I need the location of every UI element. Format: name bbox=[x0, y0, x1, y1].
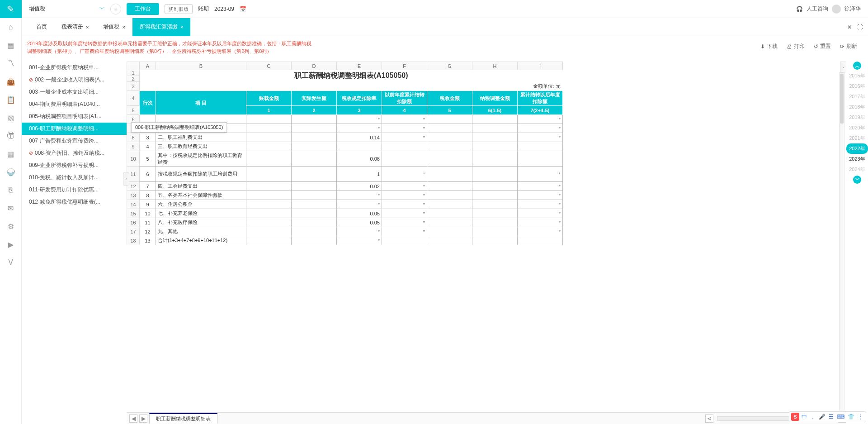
nav-report-icon[interactable]: ▧ bbox=[0, 109, 22, 127]
cell[interactable] bbox=[472, 133, 518, 142]
sheet-prev-button[interactable]: ◀ bbox=[129, 414, 137, 423]
cell[interactable] bbox=[472, 236, 518, 245]
tax-type-dropdown[interactable]: 增值税 ﹀ bbox=[29, 5, 105, 13]
cell[interactable] bbox=[472, 200, 518, 209]
cell[interactable]: 1 bbox=[246, 106, 292, 115]
close-icon[interactable]: × bbox=[122, 24, 125, 30]
sheet-scroll-left[interactable]: ⊲ bbox=[705, 414, 713, 423]
nav-home-icon[interactable]: ⌂ bbox=[0, 18, 22, 36]
row-header[interactable]: 4 bbox=[127, 91, 140, 106]
tab-vat[interactable]: 增值税× bbox=[96, 18, 132, 36]
nav-export-icon[interactable]: ⎘ bbox=[0, 181, 22, 199]
cell[interactable] bbox=[518, 151, 563, 167]
cell[interactable]: * bbox=[518, 167, 563, 182]
tab-income-tax[interactable]: 所得税汇算清缴× bbox=[132, 18, 190, 36]
cell[interactable] bbox=[246, 227, 292, 236]
form-list-item[interactable]: ⊘002-一般企业收入明细表(A... bbox=[22, 74, 127, 86]
cell[interactable]: 3 bbox=[140, 133, 156, 142]
cell[interactable] bbox=[246, 124, 292, 133]
year-item[interactable]: 2018年 bbox=[846, 102, 868, 112]
col-header[interactable]: A bbox=[140, 62, 156, 70]
cell[interactable]: 0.02 bbox=[337, 182, 382, 191]
nav-settings-icon[interactable]: ⚙ bbox=[0, 217, 22, 235]
cell[interactable]: 四、工会经费支出 bbox=[156, 182, 246, 191]
cell[interactable]: 1 bbox=[337, 167, 382, 182]
workspace-button[interactable]: 工作台 bbox=[127, 3, 159, 15]
cell[interactable] bbox=[472, 142, 518, 151]
nav-video-icon[interactable]: ▶ bbox=[0, 235, 22, 253]
year-item[interactable]: 2023年 bbox=[846, 154, 868, 164]
cell[interactable]: 11 bbox=[140, 218, 156, 227]
tab-home[interactable]: 首页 bbox=[29, 18, 54, 36]
cell[interactable] bbox=[472, 151, 518, 167]
cell[interactable] bbox=[382, 236, 427, 245]
cell[interactable] bbox=[518, 236, 563, 245]
cell[interactable] bbox=[246, 182, 292, 191]
cell[interactable] bbox=[246, 133, 292, 142]
cell[interactable]: 八、补充医疗保险 bbox=[156, 218, 246, 227]
cell[interactable]: 0.14 bbox=[337, 133, 382, 142]
cell[interactable]: 9 bbox=[140, 200, 156, 209]
row-header[interactable]: 15 bbox=[127, 209, 140, 218]
cell[interactable]: 0.08 bbox=[337, 151, 382, 167]
row-header[interactable]: 1 bbox=[127, 70, 140, 76]
form-list-item[interactable]: 004-期间费用明细表(A1040... bbox=[22, 98, 127, 110]
cell[interactable]: 项 目 bbox=[156, 91, 246, 115]
cell[interactable]: * bbox=[382, 133, 427, 142]
form-list-item[interactable]: 009-企业所得税弥补亏损明... bbox=[22, 159, 127, 172]
collapse-handle[interactable]: ‹ bbox=[123, 172, 129, 186]
nav-v-icon[interactable]: V bbox=[0, 253, 22, 272]
cell[interactable] bbox=[472, 124, 518, 133]
form-list-item[interactable]: 005-纳税调整项目明细表(A1... bbox=[22, 110, 127, 123]
cell[interactable] bbox=[427, 124, 472, 133]
cell[interactable] bbox=[292, 182, 337, 191]
nav-bowl-icon[interactable]: 🍚 bbox=[0, 163, 22, 181]
cell[interactable] bbox=[427, 115, 472, 124]
cell[interactable] bbox=[246, 191, 292, 200]
form-list-item[interactable]: ⊘008-资产折旧、摊销及纳税... bbox=[22, 147, 127, 159]
cell[interactable]: 0.05 bbox=[337, 209, 382, 218]
col-header[interactable]: I bbox=[518, 62, 563, 70]
row-header[interactable]: 16 bbox=[127, 218, 140, 227]
row-header[interactable]: 5 bbox=[127, 106, 140, 115]
cell[interactable]: 3 bbox=[337, 106, 382, 115]
form-list-item[interactable]: 010-免税、减计收入及加计... bbox=[22, 172, 127, 184]
cell[interactable]: * bbox=[382, 218, 427, 227]
col-header[interactable]: F bbox=[382, 62, 427, 70]
cell[interactable] bbox=[292, 227, 337, 236]
cell[interactable]: * bbox=[337, 200, 382, 209]
cell[interactable]: 10 bbox=[140, 209, 156, 218]
cell[interactable]: 2 bbox=[292, 106, 337, 115]
cell[interactable]: 7(2+4-5) bbox=[518, 106, 563, 115]
row-header[interactable]: 13 bbox=[127, 191, 140, 200]
cell[interactable]: * bbox=[382, 209, 427, 218]
close-icon[interactable]: × bbox=[86, 24, 89, 30]
cell[interactable] bbox=[246, 151, 292, 167]
cell[interactable]: 五、各类基本社会保障性缴款 bbox=[156, 191, 246, 200]
row-header[interactable]: 17 bbox=[127, 227, 140, 236]
calendar-icon[interactable]: 📅 bbox=[240, 6, 246, 12]
cell[interactable]: 账载金额 bbox=[246, 91, 292, 106]
row-header[interactable]: 8 bbox=[127, 133, 140, 142]
cell[interactable] bbox=[472, 218, 518, 227]
cell[interactable] bbox=[427, 167, 472, 182]
cell[interactable]: 以前年度累计结转扣除额 bbox=[382, 91, 427, 106]
cell[interactable] bbox=[427, 142, 472, 151]
cell[interactable]: 实际发生额 bbox=[292, 91, 337, 106]
nav-tax-icon[interactable]: 〶 bbox=[0, 127, 22, 145]
cell[interactable]: 按税收规定全额扣除的职工培训费用 bbox=[156, 167, 246, 182]
cell[interactable]: 二、职工福利费支出 bbox=[156, 133, 246, 142]
cell[interactable] bbox=[337, 142, 382, 151]
cell[interactable] bbox=[246, 142, 292, 151]
nav-clipboard-icon[interactable]: 📋 bbox=[0, 91, 22, 109]
cell[interactable]: 纳税调整金额 bbox=[472, 91, 518, 106]
ime-item[interactable]: ， bbox=[809, 413, 816, 421]
row-header[interactable]: 10 bbox=[127, 151, 140, 167]
cell[interactable] bbox=[246, 167, 292, 182]
col-header[interactable]: C bbox=[246, 62, 292, 70]
cell[interactable]: * bbox=[382, 191, 427, 200]
cell[interactable] bbox=[427, 236, 472, 245]
year-down-button[interactable]: ︾ bbox=[853, 176, 861, 184]
cell[interactable] bbox=[472, 167, 518, 182]
cell[interactable]: 金额单位: 元 bbox=[140, 82, 563, 91]
